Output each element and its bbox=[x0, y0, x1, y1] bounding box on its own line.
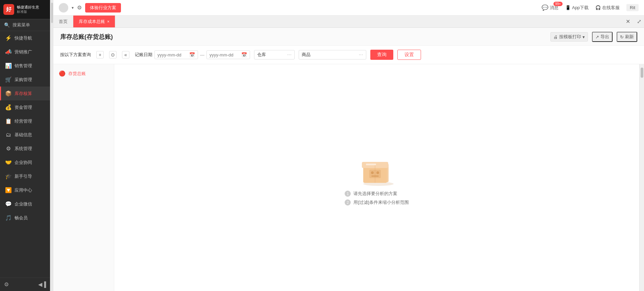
search-menu-label: 搜索菜单 bbox=[13, 22, 30, 28]
hint-num-2: 2 bbox=[345, 199, 351, 205]
sidebar-item-marketing[interactable]: 📣 营销推广 bbox=[0, 45, 50, 59]
sidebar-item-basic[interactable]: 🗂 基础信息 bbox=[0, 128, 50, 142]
sidebar-item-operation[interactable]: 📋 经营管理 bbox=[0, 114, 50, 128]
sidebar-item-appstore[interactable]: 🔽 应用中心 bbox=[0, 183, 50, 197]
refresh-label: 刷新 bbox=[625, 34, 634, 40]
trial-button[interactable]: 体验行业方案 bbox=[85, 3, 121, 13]
sidebar-item-guide[interactable]: 🎓 新手引导 bbox=[0, 169, 50, 183]
sidebar-item-label: 营销推广 bbox=[15, 49, 32, 55]
scheme-icon: 🔴 bbox=[59, 70, 66, 77]
filter-remove-button[interactable]: ⊙ bbox=[109, 51, 117, 58]
sidebar-item-inventory[interactable]: 📦 库存核算 bbox=[0, 87, 50, 100]
export-icon: ↗ bbox=[595, 34, 599, 40]
print-button[interactable]: 🖨 按模板打印 ▾ bbox=[550, 32, 588, 42]
panel-expand-icon[interactable]: ⤢ bbox=[634, 18, 644, 25]
collapse-icon[interactable]: ◀▐ bbox=[38, 281, 46, 288]
svg-rect-4 bbox=[366, 164, 376, 165]
sidebar-item-finance[interactable]: 💰 资金管理 bbox=[0, 100, 50, 114]
settings-button[interactable]: 设置 bbox=[397, 50, 421, 60]
messages-button[interactable]: 💬 消息 99+ bbox=[542, 4, 559, 11]
search-menu-item[interactable]: 🔍 搜索菜单 bbox=[0, 19, 50, 31]
dropdown-icon[interactable]: ▾ bbox=[72, 5, 74, 10]
operation-icon: 📋 bbox=[5, 118, 12, 124]
tabbar: 首页 库存成本总账 × ✕ ⤢ bbox=[53, 16, 644, 28]
basic-icon: 🗂 bbox=[5, 132, 12, 138]
sidebar-item-label: 销售管理 bbox=[15, 63, 32, 69]
settings-icon[interactable]: ⚙ bbox=[4, 281, 9, 288]
topbar: ▾ ⚙ 体验行业方案 💬 消息 99+ 📱 App下载 🎧 在线客服 Rit bbox=[53, 0, 644, 16]
message-icon: 💬 bbox=[542, 4, 548, 11]
svg-point-7 bbox=[371, 171, 374, 174]
app-name: 畅捷通好生意 bbox=[17, 5, 39, 9]
refresh-icon: ↻ bbox=[620, 34, 624, 40]
filter-date-group: 记账日期 📅 — 📅 bbox=[135, 50, 250, 59]
user-name[interactable]: Rit bbox=[626, 4, 639, 11]
guide-icon: 🎓 bbox=[5, 173, 12, 179]
page-title: 库存总账(存货总账) bbox=[60, 33, 113, 41]
sidebar-item-wechat[interactable]: 💬 企业微信 bbox=[0, 197, 50, 211]
warehouse-filter[interactable]: 仓库 ··· bbox=[254, 50, 295, 59]
export-button[interactable]: ↗ 导出 bbox=[592, 32, 613, 42]
topbar-gear-icon[interactable]: ⚙ bbox=[77, 4, 82, 11]
date-start-field[interactable] bbox=[157, 52, 188, 57]
tab-home[interactable]: 首页 bbox=[53, 16, 73, 27]
scheme-item-label: 存货总账 bbox=[68, 71, 86, 77]
appstore-icon: 🔽 bbox=[5, 187, 12, 193]
product-more-icon[interactable]: ··· bbox=[359, 52, 363, 58]
marketing-icon: 📣 bbox=[5, 49, 12, 55]
tab-close-icon[interactable]: × bbox=[107, 19, 109, 24]
phone-icon: 📱 bbox=[565, 5, 571, 10]
product-filter[interactable]: 商品 ··· bbox=[299, 50, 366, 59]
panel-close-icon[interactable]: ✕ bbox=[622, 18, 634, 25]
product-label: 商品 bbox=[302, 52, 311, 58]
sidebar-item-sales[interactable]: 📊 销售管理 bbox=[0, 59, 50, 73]
date-end-input[interactable]: 📅 bbox=[206, 50, 250, 59]
query-button[interactable]: 查询 bbox=[370, 50, 393, 60]
print-label: 按模板打印 bbox=[559, 34, 581, 40]
filter-collapse-button[interactable]: « bbox=[122, 51, 129, 58]
date-start-input[interactable]: 📅 bbox=[154, 50, 198, 59]
member-icon: 🎵 bbox=[5, 215, 12, 221]
app-download-label: App下载 bbox=[572, 5, 589, 11]
filter-area: 按以下方案查询 + ⊙ « 记账日期 📅 — 📅 bbox=[53, 46, 644, 64]
refresh-button[interactable]: ↻ 刷新 bbox=[617, 32, 637, 42]
right-scrollbar[interactable] bbox=[639, 64, 644, 291]
sidebar-item-label: 企业协同 bbox=[15, 160, 32, 166]
filter-add-button[interactable]: + bbox=[96, 51, 104, 58]
sidebar-item-label: 经营管理 bbox=[15, 118, 32, 124]
print-dropdown-icon: ▾ bbox=[583, 34, 585, 40]
scroll-thumb-right bbox=[641, 68, 643, 78]
tab-inventory-ledger[interactable]: 库存成本总账 × bbox=[73, 16, 115, 27]
sidebar-scrollbar[interactable] bbox=[50, 0, 53, 291]
calendar-start-icon[interactable]: 📅 bbox=[189, 52, 195, 57]
headset-icon: 🎧 bbox=[595, 5, 601, 10]
messages-badge: 99+ bbox=[553, 2, 563, 6]
sidebar-nav: ⚡ 快捷导航 📣 营销推广 📊 销售管理 🛒 采购管理 📦 库存核算 💰 资金管… bbox=[0, 31, 50, 277]
date-end-field[interactable] bbox=[209, 52, 240, 57]
sidebar-item-label: 新手引导 bbox=[15, 173, 32, 179]
sidebar-item-system[interactable]: ⚙ 系统管理 bbox=[0, 142, 50, 155]
sidebar-item-corp[interactable]: 🤝 企业协同 bbox=[0, 155, 50, 169]
app-logo: 好 畅捷通好生意 标准版 bbox=[0, 0, 50, 19]
user-avatar bbox=[59, 3, 68, 13]
empty-state: 1 请先选择要分析的方案 2 用[过滤]条件来缩小分析范围 bbox=[345, 150, 408, 205]
sidebar-item-label: 采购管理 bbox=[15, 77, 32, 83]
sidebar-item-label: 系统管理 bbox=[15, 146, 32, 152]
sidebar-item-label: 库存核算 bbox=[15, 91, 32, 97]
app-download-button[interactable]: 📱 App下载 bbox=[565, 5, 589, 11]
scheme-sidebar: 🔴 存货总账 bbox=[53, 64, 114, 291]
sidebar-item-quick-nav[interactable]: ⚡ 快捷导航 bbox=[0, 31, 50, 45]
scheme-item-inventory-ledger[interactable]: 🔴 存货总账 bbox=[53, 68, 114, 79]
online-support-button[interactable]: 🎧 在线客服 bbox=[595, 5, 620, 11]
empty-hint-2: 2 用[过滤]条件来缩小分析范围 bbox=[345, 199, 408, 205]
calendar-end-icon[interactable]: 📅 bbox=[241, 52, 247, 57]
sidebar-item-purchase[interactable]: 🛒 采购管理 bbox=[0, 73, 50, 87]
corp-icon: 🤝 bbox=[5, 159, 12, 166]
sidebar-item-label: 资金管理 bbox=[15, 104, 32, 111]
sidebar-item-label: 快捷导航 bbox=[15, 35, 32, 41]
tab-inventory-label: 库存成本总账 bbox=[79, 19, 105, 25]
sidebar-item-member[interactable]: 🎵 畅会员 bbox=[0, 211, 50, 225]
empty-hint-1: 1 请先选择要分析的方案 bbox=[345, 191, 408, 197]
svg-point-8 bbox=[376, 171, 379, 174]
warehouse-more-icon[interactable]: ··· bbox=[287, 52, 292, 58]
